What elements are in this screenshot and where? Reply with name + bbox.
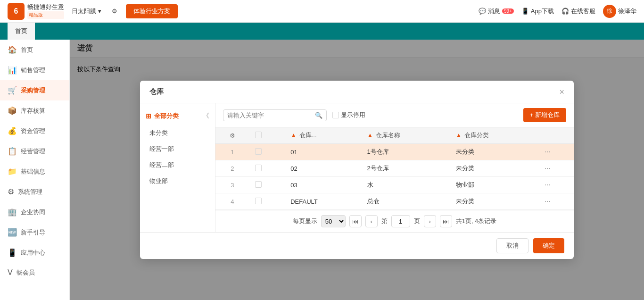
col-checkbox-header [249,127,285,144]
all-categories-label: ⊞ 全部分类 [146,112,179,120]
confirm-button[interactable]: 确定 [533,238,564,253]
row-code: 03 [285,177,361,193]
row-index: 4 [215,193,249,210]
close-button[interactable]: × [559,88,564,96]
per-page-label: 每页显示 [293,217,317,225]
app-download-label: App下载 [531,7,554,16]
dialog-body: ⊞ 全部分类 《 未分类 经营一部 经营二部 物业部 [140,103,574,232]
dropdown-icon: ▾ [98,8,101,15]
sidebar-item-guide[interactable]: 🆕 新手引导 [0,222,69,242]
category-item-operations1[interactable]: 经营一部 [140,141,215,157]
add-warehouse-button[interactable]: + 新增仓库 [523,108,566,122]
warehouse-dialog: 仓库 × ⊞ 全部分类 《 未分类 [140,81,574,259]
operation-icon: 📋 [8,147,17,156]
category-item-property[interactable]: 物业部 [140,173,215,189]
header-right: 💬 消息 99+ 📱 App下载 🎧 在线客服 徐 徐泽华 [479,5,636,18]
row-checkbox[interactable] [249,144,285,160]
table-row[interactable]: 3 03 水 物业部 ··· [215,177,574,193]
dialog-overlay: 仓库 × ⊞ 全部分类 《 未分类 [70,40,644,300]
col-name-header[interactable]: ▲ 仓库名称 [362,127,450,144]
row-code: 02 [285,160,361,177]
sidebar-item-capital[interactable]: 💰 资金管理 [0,121,69,141]
row-more[interactable]: ··· [539,193,574,210]
next-page-button[interactable]: › [424,215,436,227]
row-name: 2号仓库 [362,160,450,177]
col-category-header[interactable]: ▲ 仓库分类 [450,127,539,144]
row-checkbox[interactable] [249,177,285,193]
sidebar: 🏠 首页 📊 销售管理 🛒 采购管理 📦 库存核算 💰 资金管理 📋 经营管理 … [0,40,70,300]
row-category: 未分类 [450,144,539,160]
message-label: 消息 [488,7,500,16]
user-name: 徐泽华 [618,7,636,16]
page-label: 第 [381,217,388,225]
table-row[interactable]: 1 01 1号仓库 未分类 ··· [215,144,574,160]
row-name: 水 [362,177,450,193]
row-checkbox[interactable] [249,193,285,210]
cancel-button[interactable]: 取消 [496,238,528,253]
select-all-checkbox[interactable] [255,132,262,138]
phone-icon: 📱 [521,8,529,15]
sidebar-item-purchase[interactable]: 🛒 采购管理 [0,80,69,100]
row-index: 2 [215,160,249,177]
sidebar-item-sales[interactable]: 📊 销售管理 [0,60,69,80]
first-page-button[interactable]: ⏮ [349,215,362,227]
app-download-button[interactable]: 📱 App下载 [521,7,554,16]
online-service-label: 在线客服 [571,7,595,16]
prev-page-button[interactable]: ‹ [365,215,378,227]
sidebar-item-base[interactable]: 📁 基础信息 [0,161,69,182]
row-code: DEFAULT [285,193,361,210]
row-more[interactable]: ··· [539,160,574,177]
messages-button[interactable]: 💬 消息 99+ [479,7,514,16]
sidebar-item-inventory[interactable]: 📦 库存核算 [0,100,69,121]
row-category: 物业部 [450,177,539,193]
row-more[interactable]: ··· [539,177,574,193]
user-profile[interactable]: 徐 徐泽华 [603,5,636,18]
show-disabled-checkbox[interactable]: 显示停用 [332,111,365,119]
col-settings-header[interactable]: ⚙ [215,127,249,144]
page-input[interactable] [391,215,410,227]
row-checkbox[interactable] [249,160,285,177]
sidebar-item-system[interactable]: ⚙ 系统管理 [0,182,69,202]
show-disabled-label: 显示停用 [341,111,365,119]
sidebar-label-guide: 新手引导 [21,228,45,237]
sidebar-item-member[interactable]: V 畅会员 [0,263,69,283]
apps-icon: 📱 [8,248,17,257]
main-layout: 🏠 首页 📊 销售管理 🛒 采购管理 📦 库存核算 💰 资金管理 📋 经营管理 … [0,40,644,300]
nav-tab-home[interactable]: 首页 [8,23,35,40]
table-row[interactable]: 2 02 2号仓库 未分类 ··· [215,160,574,177]
inventory-icon: 📦 [8,106,17,115]
row-more[interactable]: ··· [539,144,574,160]
disabled-checkbox[interactable] [332,112,339,118]
sidebar-label-enterprise: 企业协同 [21,208,45,217]
row-name: 1号仓库 [362,144,450,160]
sidebar-item-enterprise[interactable]: 🏢 企业协同 [0,202,69,222]
last-page-button[interactable]: ⏭ [440,215,452,227]
row-category: 未分类 [450,160,539,177]
per-page-select[interactable]: 50 100 [321,215,346,227]
settings-button[interactable]: ⚙ [107,4,122,19]
sidebar-item-operation[interactable]: 📋 经营管理 [0,141,69,161]
sidebar-label-operation: 经营管理 [21,147,45,156]
trial-button[interactable]: 体验行业方案 [126,4,178,18]
sidebar-item-apps[interactable]: 📱 应用中心 [0,242,69,263]
row-category: 未分类 [450,193,539,210]
store-selector[interactable]: 日太阳膜 ▾ [72,7,101,16]
message-badge: 99+ [502,8,514,14]
category-item-uncategorized[interactable]: 未分类 [140,125,215,141]
category-item-operations2[interactable]: 经营二部 [140,157,215,173]
sidebar-label-inventory: 库存核算 [21,107,45,115]
app-logo: 6 畅捷通好生意 精品版 [8,3,64,20]
search-box: 🔍 [223,109,327,121]
table-row[interactable]: 4 DEFAULT 总仓 未分类 ··· [215,193,574,210]
sidebar-label-apps: 应用中心 [21,249,45,257]
search-input[interactable] [227,112,312,119]
col-code-header[interactable]: ▲ 仓库... [285,127,361,144]
sidebar-item-home[interactable]: 🏠 首页 [0,40,69,60]
collapse-button[interactable]: 《 [203,112,209,120]
gear-icon: ⚙ [230,132,235,139]
dialog-header: 仓库 × [140,81,574,103]
brand-name: 畅捷通好生意 [27,3,64,11]
online-service-button[interactable]: 🎧 在线客服 [561,7,595,16]
sidebar-label-system: 系统管理 [18,188,42,196]
dialog-toolbar: 🔍 显示停用 + 新增仓库 [215,103,574,127]
